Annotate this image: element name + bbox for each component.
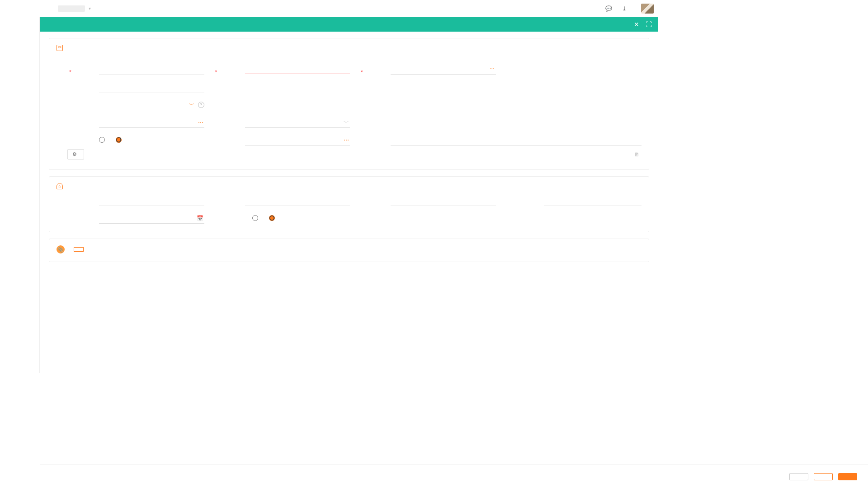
unit-category-select[interactable] xyxy=(391,64,496,75)
tax-yes[interactable] xyxy=(252,215,260,221)
avatar[interactable] xyxy=(641,4,654,14)
module-placeholder xyxy=(58,5,85,12)
custom-fields-button[interactable]: ⚙ xyxy=(67,149,84,160)
other-info-icon: ⌂ xyxy=(57,183,63,189)
created-input[interactable] xyxy=(99,212,204,224)
credit-input[interactable] xyxy=(544,195,642,206)
batch-delete: 🗎 xyxy=(634,151,642,158)
unit-code-input[interactable] xyxy=(99,64,204,75)
tab-bar: ✕ ⛶ xyxy=(40,17,658,32)
logo xyxy=(0,0,40,17)
top-download[interactable]: ⤓ xyxy=(622,5,628,12)
legal-input[interactable] xyxy=(99,195,204,206)
sidebar xyxy=(0,17,40,373)
trash-icon: 🗎 xyxy=(634,151,640,158)
dept-input[interactable] xyxy=(245,117,350,128)
remark-input[interactable] xyxy=(391,134,642,145)
more-icon[interactable]: ⋯ xyxy=(198,119,203,126)
payment-term-select[interactable] xyxy=(99,99,195,110)
chevron-down-icon[interactable]: ﹀ xyxy=(490,66,495,73)
region-input[interactable] xyxy=(245,134,350,145)
attachment-icon: 📎 xyxy=(57,245,65,253)
chevron-down-icon[interactable]: ﹀ xyxy=(189,101,194,109)
fullscreen-icon[interactable]: ⛶ xyxy=(646,21,652,28)
chevron-down-icon: ▾ xyxy=(89,6,91,11)
basic-info-icon: ☲ xyxy=(57,45,63,51)
account-input[interactable] xyxy=(391,195,496,206)
tax-no[interactable] xyxy=(269,215,277,221)
module-switcher[interactable]: ▾ xyxy=(58,5,91,12)
bank-input[interactable] xyxy=(245,195,350,206)
top-message[interactable]: 💬 xyxy=(605,5,614,12)
calendar-icon[interactable]: 📅 xyxy=(197,215,203,221)
disabled-no[interactable] xyxy=(116,137,123,143)
unit-name-input[interactable] xyxy=(245,63,350,74)
more-icon[interactable]: ⋯ xyxy=(344,137,349,143)
chevron-down-icon[interactable]: ﹀ xyxy=(344,118,349,126)
alias-input[interactable] xyxy=(99,82,204,93)
help-icon[interactable]: ? xyxy=(198,102,204,108)
basic-info-section: ☲ xyxy=(49,38,649,170)
close-tab-icon[interactable]: ✕ xyxy=(634,21,639,28)
attachments-section: 📎 xyxy=(49,239,649,262)
other-info-section: ⌂ xyxy=(49,176,649,232)
download-icon: ⤓ xyxy=(622,5,627,12)
gear-icon: ⚙ xyxy=(72,151,77,157)
message-icon: 💬 xyxy=(605,5,612,12)
upload-button[interactable] xyxy=(74,247,84,252)
disabled-yes[interactable] xyxy=(99,137,107,143)
manager-input[interactable] xyxy=(99,117,204,128)
